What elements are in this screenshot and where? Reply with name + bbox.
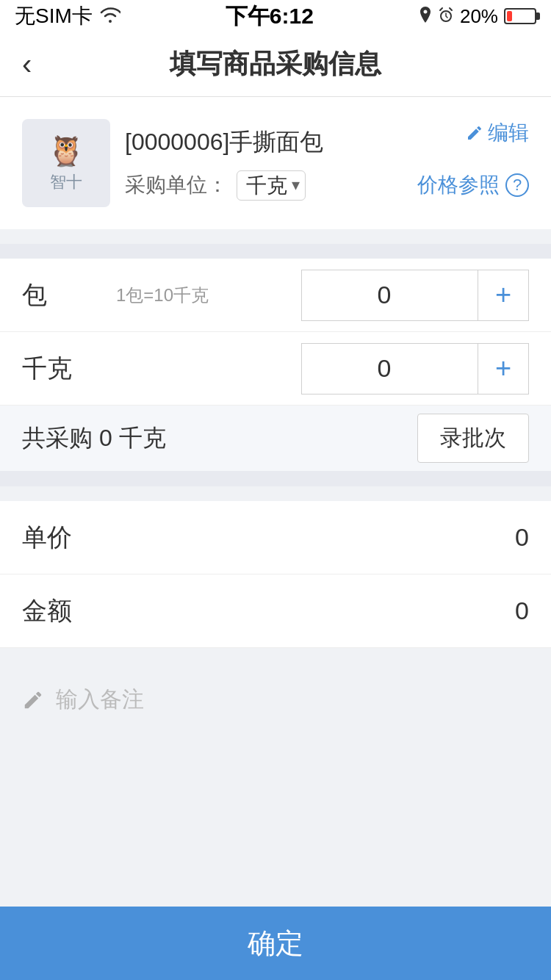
amount-label: 金额 [22, 594, 72, 628]
unit-price-label: 单价 [22, 521, 72, 555]
edit-label: 编辑 [488, 119, 529, 147]
confirm-bar[interactable]: 确定 [0, 907, 551, 980]
unit-label: 采购单位： [125, 171, 228, 199]
status-bar: 无SIM卡 下午6:12 20% [0, 0, 551, 32]
bag-label: 包 [22, 278, 110, 312]
notes-placeholder: 输入备注 [56, 685, 144, 715]
battery-icon [504, 8, 536, 24]
confirm-button-label: 确定 [248, 925, 303, 962]
section-divider-2 [0, 472, 551, 486]
bag-input-row: 包 1包=10千克 + [0, 259, 551, 332]
status-time: 下午6:12 [226, 1, 314, 32]
kg-plus-button[interactable]: + [478, 343, 529, 394]
pencil-icon [22, 689, 44, 711]
notes-section[interactable]: 输入备注 [0, 663, 551, 737]
product-logo-text: 智十 [50, 171, 82, 193]
price-ref-link[interactable]: 价格参照 ? [417, 171, 529, 199]
total-row: 共采购 0 千克 录批次 [0, 406, 551, 472]
unit-select-wrapper[interactable]: 千克 包 [237, 170, 306, 201]
unit-select[interactable]: 千克 包 [237, 170, 306, 201]
page-title: 填写商品采购信息 [170, 46, 381, 82]
batch-button[interactable]: 录批次 [417, 414, 529, 463]
product-card: 🦉 智十 [0000006]手撕面包 采购单位： 千克 包 价格参照 ? 编辑 [0, 97, 551, 229]
alarm-icon [438, 5, 454, 28]
unit-price-row: 单价 0 [0, 501, 551, 574]
bag-quantity-input[interactable] [301, 270, 478, 321]
kg-input-row: 千克 + [0, 332, 551, 406]
kg-input-right: + [301, 343, 529, 394]
battery-percent: 20% [460, 5, 498, 28]
price-ref-label: 价格参照 [417, 171, 500, 199]
edit-button[interactable]: 编辑 [466, 119, 529, 147]
section-divider-1 [0, 244, 551, 259]
bag-sublabel: 1包=10千克 [116, 284, 209, 307]
kg-quantity-input[interactable] [301, 343, 478, 394]
product-logo-icon: 🦉 [48, 134, 84, 168]
amount-row: 金额 0 [0, 574, 551, 648]
location-icon [419, 5, 432, 28]
wifi-icon [100, 4, 120, 28]
status-right: 20% [419, 5, 536, 28]
input-section: 包 1包=10千克 + 千克 + [0, 259, 551, 406]
price-ref-help-icon[interactable]: ? [505, 173, 529, 197]
total-text: 共采购 0 千克 [22, 422, 166, 455]
carrier-label: 无SIM卡 [15, 2, 93, 30]
back-button[interactable]: ‹ [22, 48, 32, 81]
bag-plus-button[interactable]: + [478, 270, 529, 321]
amount-value: 0 [515, 597, 529, 625]
price-section: 单价 0 金额 0 [0, 501, 551, 648]
edit-icon [466, 124, 483, 142]
battery-fill [507, 11, 512, 21]
product-image: 🦉 智十 [22, 119, 110, 207]
kg-label: 千克 [22, 352, 110, 386]
unit-price-value: 0 [515, 523, 529, 552]
status-left: 无SIM卡 [15, 2, 120, 30]
product-unit-row: 采购单位： 千克 包 价格参照 ? [125, 170, 529, 201]
nav-bar: ‹ 填写商品采购信息 [0, 32, 551, 97]
bag-input-right: + [301, 270, 529, 321]
